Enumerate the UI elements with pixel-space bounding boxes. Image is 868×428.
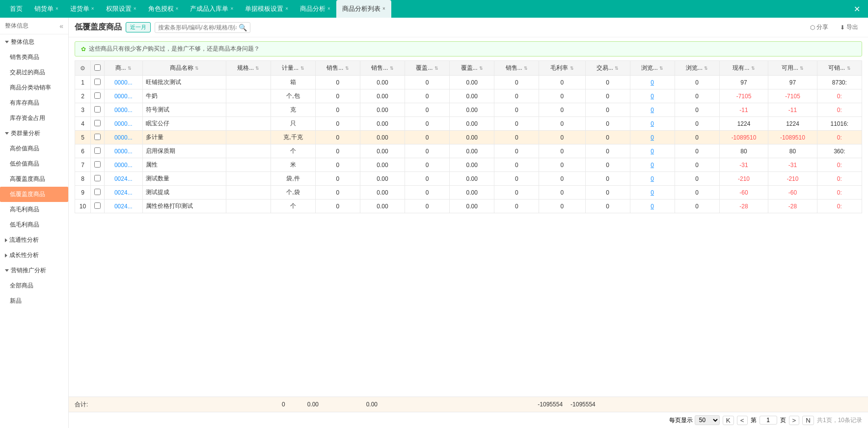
nav-close-sales[interactable]: × [55, 0, 58, 18]
browse-link[interactable]: 0 [651, 162, 654, 169]
row-checkbox[interactable] [94, 120, 101, 126]
sidebar-item-low-profit[interactable]: 低毛利商品 [0, 217, 68, 232]
last-page-button[interactable]: N [802, 416, 814, 425]
nav-goods-analysis-list[interactable]: 商品分析列表 × [336, 0, 391, 18]
nav-close-goods-list[interactable]: × [382, 0, 385, 18]
sidebar-item-traded-goods[interactable]: 交易过的商品 [0, 65, 68, 80]
col-profit[interactable]: 毛利率 ⇅ [539, 61, 585, 76]
browse-link[interactable]: 0 [651, 93, 654, 100]
row-checkbox[interactable] [94, 175, 101, 181]
nav-goods-analysis[interactable]: 商品分析 × [294, 0, 336, 18]
time-filter-button[interactable]: 近一月 [126, 22, 151, 32]
browse-link[interactable]: 0 [651, 107, 654, 114]
footer-empty6 [239, 400, 269, 409]
per-page-select[interactable]: 50 100 [695, 415, 720, 425]
page-number-input[interactable] [760, 416, 777, 425]
browse-link[interactable]: 0 [651, 175, 654, 182]
sidebar-group-growth[interactable]: 成长性分析 [0, 248, 68, 263]
nav-home[interactable]: 首页 [4, 0, 28, 18]
col-sales2[interactable]: 销售... ⇅ [360, 61, 405, 76]
sidebar-group-marketing[interactable]: 营销推广分析 [0, 263, 68, 278]
col-browse2[interactable]: 浏览... ⇅ [675, 61, 719, 76]
sidebar-items-category: 高价值商品 低价值商品 高覆盖度商品 低覆盖度商品 高毛利商品 低毛利商品 [0, 141, 68, 232]
search-input[interactable] [158, 24, 237, 31]
cell-code: 0024... [105, 200, 143, 213]
browse-link[interactable]: 0 [651, 148, 654, 155]
nav-purchase-order[interactable]: 进货单 × [64, 0, 100, 18]
col-cover2[interactable]: 覆盖... ⇅ [450, 61, 494, 76]
next-page-button[interactable]: > [789, 416, 800, 425]
sidebar-item-low-value[interactable]: 低价值商品 [0, 156, 68, 171]
col-available[interactable]: 可用... ⇅ [768, 61, 817, 76]
browse-link[interactable]: 0 [651, 134, 654, 141]
sidebar-item-category-rate[interactable]: 商品分类动销率 [0, 80, 68, 95]
sidebar-group-category-analysis[interactable]: 类群量分析 [0, 126, 68, 141]
row-checkbox[interactable] [94, 161, 101, 168]
row-checkbox[interactable] [94, 134, 101, 140]
table-row: 6 0000... 启用保质期 个 0 0.00 0 0.00 0 0 0 0 … [75, 144, 862, 158]
cell-code: 0000... [105, 158, 143, 172]
nav-close-role[interactable]: × [176, 0, 179, 18]
nav-close-purchase[interactable]: × [91, 0, 94, 18]
sidebar-group-overall[interactable]: 整体信息 [0, 34, 68, 50]
col-saleable[interactable]: 可销... ⇅ [817, 61, 862, 76]
col-cover1[interactable]: 覆盖... ⇅ [405, 61, 450, 76]
cell-code: 0000... [105, 131, 143, 144]
col-trade[interactable]: 交易... ⇅ [585, 61, 630, 76]
col-unit[interactable]: 计量... ⇅ [271, 61, 315, 76]
col-sales3[interactable]: 销售... ⇅ [494, 61, 539, 76]
prev-page-button[interactable]: < [737, 416, 748, 425]
sort-icon-cover2: ⇅ [479, 66, 483, 71]
sidebar-group-circulation[interactable]: 流通性分析 [0, 232, 68, 248]
cell-trade: 0 [585, 103, 630, 117]
col-current[interactable]: 现有... ⇅ [719, 61, 768, 76]
row-checkbox[interactable] [94, 79, 101, 85]
select-all-checkbox[interactable] [94, 64, 101, 71]
first-page-button[interactable]: K [723, 416, 734, 425]
browse-link[interactable]: 0 [651, 120, 654, 127]
settings-icon[interactable]: ⚙ [80, 65, 85, 72]
cell-cover1: 0 [405, 89, 450, 103]
sidebar-item-sales-goods[interactable]: 销售类商品 [0, 50, 68, 65]
window-close-button[interactable]: ✕ [850, 4, 864, 14]
search-box: 🔍 [155, 22, 250, 33]
col-spec[interactable]: 规格... ⇅ [226, 61, 271, 76]
cell-cb [91, 172, 105, 186]
browse-link[interactable]: 0 [651, 189, 654, 196]
sidebar-item-high-coverage[interactable]: 高覆盖度商品 [0, 171, 68, 187]
nav-close-goods-analysis[interactable]: × [327, 0, 330, 18]
sidebar-item-all-goods[interactable]: 全部商品 [0, 278, 68, 293]
sidebar-item-stock-goods[interactable]: 有库存商品 [0, 95, 68, 111]
cell-spec [226, 186, 271, 200]
sidebar-item-low-coverage[interactable]: 低覆盖度商品 [0, 187, 68, 202]
share-button[interactable]: ⬡ 分享 [806, 22, 832, 33]
nav-template-settings[interactable]: 单据模板设置 × [239, 0, 294, 18]
nav-role-auth[interactable]: 角色授权 × [142, 0, 185, 18]
sidebar-item-high-value[interactable]: 高价值商品 [0, 141, 68, 156]
row-checkbox[interactable] [94, 147, 101, 154]
row-checkbox[interactable] [94, 92, 101, 99]
browse-link[interactable]: 0 [651, 203, 654, 210]
browse-link[interactable]: 0 [651, 79, 654, 86]
search-icon[interactable]: 🔍 [239, 24, 247, 31]
col-name[interactable]: 商品名称 ⇅ [142, 61, 226, 76]
sidebar-collapse-button[interactable]: « [59, 22, 63, 30]
sidebar-item-high-profit[interactable]: 高毛利商品 [0, 202, 68, 217]
nav-close-permission[interactable]: × [134, 0, 136, 18]
nav-close-template[interactable]: × [285, 0, 288, 18]
col-code[interactable]: 商... ⇅ [105, 61, 143, 76]
export-button[interactable]: ⬇ 导出 [836, 22, 862, 33]
col-sales1[interactable]: 销售... ⇅ [315, 61, 360, 76]
nav-product-warehouse[interactable]: 产成品入库单 × [184, 0, 239, 18]
col-settings[interactable]: ⚙ [75, 61, 91, 76]
nav-permission-settings[interactable]: 权限设置 × [100, 0, 142, 18]
row-checkbox[interactable] [94, 106, 101, 113]
row-checkbox[interactable] [94, 202, 101, 209]
col-browse1[interactable]: 浏览... ⇅ [630, 61, 675, 76]
nav-close-warehouse[interactable]: × [230, 0, 233, 18]
cell-sales1: 0 [315, 144, 360, 158]
nav-sales-order[interactable]: 销货单 × [28, 0, 64, 18]
sidebar-item-new-goods[interactable]: 新品 [0, 293, 68, 309]
sidebar-item-stock-capital[interactable]: 库存资金占用 [0, 111, 68, 126]
row-checkbox[interactable] [94, 189, 101, 195]
